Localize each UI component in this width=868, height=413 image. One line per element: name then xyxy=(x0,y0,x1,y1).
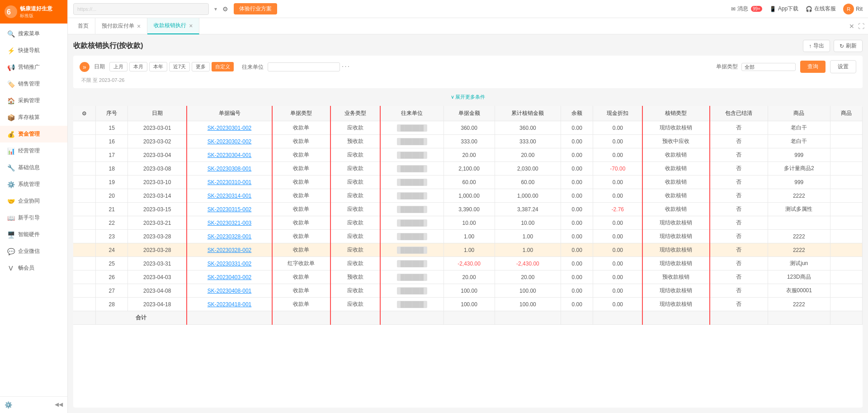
export-icon: ↑ xyxy=(809,43,811,49)
query-button[interactable]: 查询 xyxy=(800,61,826,73)
app-download-group[interactable]: 📱 App下载 xyxy=(769,5,798,13)
cell-cashdiscount: 0.00 xyxy=(593,230,643,243)
basic-icon: 🔧 xyxy=(7,164,14,171)
cell-goods: 测试jun xyxy=(768,257,830,271)
sidebar-item-finance[interactable]: 💰资金管理 xyxy=(0,126,67,142)
sidebar-item-quick[interactable]: ⚡快捷导航 xyxy=(0,42,67,59)
cell-cashdiscount: 0.00 xyxy=(593,121,643,135)
collapse-icon[interactable]: ◀◀ xyxy=(55,401,63,408)
cell-balance: 0.00 xyxy=(561,203,593,216)
address-bar[interactable]: https://... xyxy=(73,3,209,15)
sidebar-item-member[interactable]: V畅会员 xyxy=(0,260,67,276)
expand-window-icon[interactable]: ⛶ xyxy=(858,23,864,30)
setting-button[interactable]: 设置 xyxy=(830,60,856,73)
phone-icon: 📱 xyxy=(769,6,776,12)
sidebar-item-sales[interactable]: 🏷️销售管理 xyxy=(0,76,67,92)
sidebar-item-purchase[interactable]: 🏠采购管理 xyxy=(0,92,67,109)
last-month-btn[interactable]: 上月 xyxy=(109,62,127,71)
cell-amount: 333.00 xyxy=(443,135,495,148)
tabs-bar: 首页 预付款应付单 × 收款核销执行 × ✕ ⛶ xyxy=(68,18,868,34)
col-settings-header[interactable]: ⚙ xyxy=(73,106,96,121)
custom-date-btn[interactable]: 自定义 xyxy=(212,62,234,71)
online-service-group[interactable]: 🎧 在线客服 xyxy=(806,5,836,13)
expand-more-button[interactable]: ∨ 展开更多条件 xyxy=(451,94,485,100)
sidebar-item-corp[interactable]: 🤝企业协同 xyxy=(0,193,67,209)
cell-goods: 老白干 xyxy=(768,135,830,148)
this-month-btn[interactable]: 本月 xyxy=(129,62,147,71)
partner-dots-button[interactable]: ··· xyxy=(342,62,350,70)
tab-collection[interactable]: 收款核销执行 × xyxy=(147,18,199,34)
user-profile[interactable]: R Rit xyxy=(843,4,863,14)
industry-solution-button[interactable]: 体验行业方案 xyxy=(234,3,277,14)
cell-goods: 多计量商品2 xyxy=(768,162,830,176)
refresh-icon: ↻ xyxy=(840,43,844,49)
cell-goods: 老白干 xyxy=(768,121,830,135)
cell-cashdiscount: 0.00 xyxy=(593,284,643,298)
tab-collection-close[interactable]: × xyxy=(189,22,193,29)
cell-no: 20 xyxy=(96,189,128,203)
col-date-header: 日期 xyxy=(128,106,187,121)
partner-input[interactable] xyxy=(268,62,340,71)
more-date-btn[interactable]: 更多 xyxy=(192,62,210,71)
sidebar-item-marketing[interactable]: 📢营销推广 xyxy=(0,59,67,76)
sidebar-item-hardware[interactable]: 🖥️智能硬件 xyxy=(0,226,67,243)
sidebar-item-guide[interactable]: 📖新手引导 xyxy=(0,209,67,226)
cell-writeofftype: 预收中应收 xyxy=(642,135,709,148)
operation-icon: 📊 xyxy=(7,147,14,155)
table-row: 28 2023-04-18 SK-20230418-001 收款单 应收款 ██… xyxy=(73,298,863,311)
sidebar-item-inventory[interactable]: 📦库存核算 xyxy=(0,109,67,126)
table-row: 15 2023-03-01 SK-20230301-002 收款单 应收款 ██… xyxy=(73,121,863,135)
chevron-down-icon: ▾ xyxy=(214,6,217,12)
settings-icon[interactable]: ⚙️ xyxy=(5,401,12,408)
cell-accumulated: 2,030.00 xyxy=(495,162,561,176)
cell-goods2 xyxy=(830,271,862,284)
cell-cashdiscount: 0.00 xyxy=(593,257,643,271)
cell-biztype: 应收款 xyxy=(330,257,380,271)
close-all-icon[interactable]: ✕ xyxy=(849,23,854,30)
search-icon: 🔍 xyxy=(7,30,14,38)
cell-includesettled: 否 xyxy=(710,257,768,271)
cell-docno: SK-20230302-002 xyxy=(187,135,272,148)
cell-goods2 xyxy=(830,203,862,216)
messages-label: 消息 xyxy=(737,5,748,13)
refresh-button[interactable]: ↻ 刷新 xyxy=(834,40,863,52)
cell-includesettled: 否 xyxy=(710,121,768,135)
inventory-icon: 📦 xyxy=(7,114,14,121)
cell-balance: 0.00 xyxy=(561,243,593,257)
cell-includesettled: 否 xyxy=(710,216,768,230)
cell-writeofftype: 收款核销 xyxy=(642,148,709,162)
cell-cashdiscount: 0.00 xyxy=(593,216,643,230)
cell-accumulated: 1.00 xyxy=(495,230,561,243)
tab-prepay[interactable]: 预付款应付单 × xyxy=(95,18,147,34)
cell-doctype: 收款单 xyxy=(272,148,330,162)
gear-icon[interactable]: ⚙ xyxy=(222,5,228,13)
cell-docno: SK-20230331-002 xyxy=(187,257,272,271)
cell-goods2 xyxy=(830,298,862,311)
tab-prepay-close[interactable]: × xyxy=(137,23,141,30)
last-7-days-btn[interactable]: 近7天 xyxy=(169,62,190,71)
sidebar-item-system[interactable]: ⚙️系统管理 xyxy=(0,176,67,193)
filter-toggle-button[interactable]: » xyxy=(80,62,90,72)
cell-no: 21 xyxy=(96,203,128,216)
cell-cashdiscount: 0.00 xyxy=(593,298,643,311)
cell-doctype: 红字收款单 xyxy=(272,257,330,271)
cell-balance: 0.00 xyxy=(561,271,593,284)
cell-date: 2023-04-03 xyxy=(128,271,187,284)
sidebar-item-operation[interactable]: 📊经营管理 xyxy=(0,142,67,159)
tab-home[interactable]: 首页 xyxy=(71,18,95,34)
messages-group[interactable]: ✉ 消息 99+ xyxy=(731,5,762,13)
sidebar-item-search[interactable]: 🔍搜索菜单 xyxy=(0,25,67,42)
sidebar-item-wechat[interactable]: 💬企业微信 xyxy=(0,243,67,260)
cell-partner: ██████ xyxy=(380,243,443,257)
date-hint: 不限 至 2023-07-26 xyxy=(81,77,124,84)
sidebar-item-basic[interactable]: 🔧基础信息 xyxy=(0,159,67,176)
cell-no: 28 xyxy=(96,298,128,311)
cell-goods2 xyxy=(830,189,862,203)
export-button[interactable]: ↑ 导出 xyxy=(803,40,830,52)
cell-includesettled: 否 xyxy=(710,135,768,148)
cell-goods2 xyxy=(830,121,862,135)
date-hint-row: 不限 至 2023-07-26 xyxy=(80,77,856,84)
this-year-btn[interactable]: 本年 xyxy=(149,62,167,71)
cell-writeofftype: 现结收款核销 xyxy=(642,216,709,230)
doc-type-select[interactable]: 全部 收款单 红字收款单 xyxy=(741,63,796,71)
